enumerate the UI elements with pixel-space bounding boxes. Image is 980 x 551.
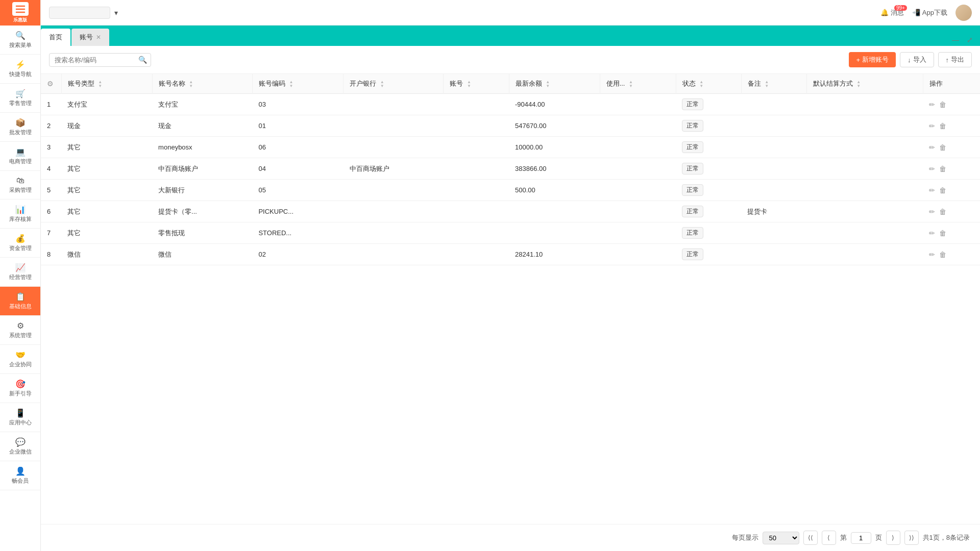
cell-type: 支付宝 [61,94,152,115]
th-balance[interactable]: 最新余额 ▲▼ [509,74,600,94]
system-icon: ⚙ [17,321,24,331]
sidebar-item-search[interactable]: 🔍 搜索菜单 [0,26,40,55]
search-button[interactable]: 🔍 [138,56,147,64]
tab-home[interactable]: 首页 [41,29,70,46]
page-size-select[interactable]: 50 100 [763,532,799,544]
cell-no: 2 [41,115,61,137]
th-remark[interactable]: 备注 ▲▼ [741,74,806,94]
cell-default-settle [806,137,923,158]
edit-icon[interactable]: ✏ [929,229,935,237]
sidebar-item-operation[interactable]: 📈 经营管理 [0,258,40,287]
edit-icon[interactable]: ✏ [929,251,935,259]
cell-action: ✏ 🗑 [923,115,980,137]
th-code[interactable]: 账号编码 ▲▼ [252,74,343,94]
th-bank[interactable]: 开户银行 ▲▼ [344,74,444,94]
cell-balance: 28241.10 [509,244,600,265]
sidebar-item-basic[interactable]: 📋 基础信息 [0,287,40,316]
top-search-input[interactable] [49,7,110,19]
add-account-button[interactable]: + 新增账号 [849,52,896,67]
cell-account [444,201,509,222]
sidebar-item-label: 采购管理 [9,186,32,194]
first-page-button[interactable]: ⟨⟨ [803,531,818,545]
cell-code: 02 [252,244,343,265]
th-account[interactable]: 账号 ▲▼ [444,74,509,94]
cell-account [444,115,509,137]
last-page-button[interactable]: ⟩⟩ [904,531,919,545]
tab-account[interactable]: 账号 ✕ [71,29,109,46]
tab-close-icon[interactable]: ✕ [96,34,101,41]
cell-bank [344,201,444,222]
cell-default-settle [806,94,923,115]
sidebar-item-wholesale[interactable]: 📦 批发管理 [0,113,40,142]
member-icon: 👤 [15,466,26,476]
sidebar-item-enterprise[interactable]: 🤝 企业协同 [0,345,40,374]
sidebar-item-system[interactable]: ⚙ 系统管理 [0,316,40,345]
delete-icon[interactable]: 🗑 [939,101,946,109]
prev-page-button[interactable]: ⟨ [822,531,836,545]
cell-name: 大新银行 [152,180,252,201]
delete-icon[interactable]: 🗑 [939,122,946,130]
basic-icon: 📋 [15,292,26,302]
sidebar-item-appcenter[interactable]: 📱 应用中心 [0,403,40,432]
delete-icon[interactable]: 🗑 [939,229,946,237]
sidebar-item-finance[interactable]: 💰 资金管理 [0,229,40,258]
user-avatar[interactable] [955,5,972,21]
retail-icon: 🛒 [15,89,26,98]
sidebar-item-wechat[interactable]: 💬 企业微信 [0,432,40,461]
app-logo: 乐惠版 [0,0,40,26]
edit-icon[interactable]: ✏ [929,186,935,194]
notification-badge: 99+ [894,5,907,11]
cell-balance: 547670.00 [509,115,600,137]
th-status[interactable]: 状态 ▲▼ [676,74,741,94]
sidebar-item-retail[interactable]: 🛒 零售管理 [0,84,40,113]
tab-maximize-icon[interactable]: ⤢ [964,34,976,46]
next-page-button[interactable]: ⟩ [886,531,900,545]
sidebar-item-shortcut[interactable]: ⚡ 快捷导航 [0,55,40,84]
phone-icon: 📲 [912,9,920,16]
sidebar-item-ecommerce[interactable]: 💻 电商管理 [0,142,40,171]
sidebar-item-label: 快捷导航 [9,70,32,78]
cell-balance: 500.00 [509,180,600,201]
cell-remark [741,244,806,265]
edit-icon[interactable]: ✏ [929,122,935,130]
export-button[interactable]: ↑ 导出 [938,52,972,67]
notification-button[interactable]: 🔔 消息 99+ [880,8,904,17]
th-gear[interactable]: ⚙ [41,74,61,94]
delete-icon[interactable]: 🗑 [939,165,946,173]
th-name[interactable]: 账号名称 ▲▼ [152,74,252,94]
sidebar-item-inventory[interactable]: 📊 库存核算 [0,199,40,229]
th-type[interactable]: 账号类型 ▲▼ [61,74,152,94]
delete-icon[interactable]: 🗑 [939,208,946,216]
dropdown-button[interactable]: ▾ [114,9,118,17]
th-usage[interactable]: 使用... ▲▼ [600,74,676,94]
sidebar-item-member[interactable]: 👤 畅会员 [0,461,40,490]
import-button[interactable]: ↓ 导入 [900,52,934,67]
sidebar-item-guide[interactable]: 🎯 新手引导 [0,374,40,403]
edit-icon[interactable]: ✏ [929,101,935,109]
delete-icon[interactable]: 🗑 [939,251,946,259]
edit-icon[interactable]: ✏ [929,208,935,216]
cell-remark [741,158,806,180]
cell-bank [344,115,444,137]
top-header: ▾ 🔔 消息 99+ 📲 App下载 [41,0,980,26]
edit-icon[interactable]: ✏ [929,165,935,173]
accounts-table: ⚙ 账号类型 ▲▼ 账号名称 ▲▼ 账号编码 ▲▼ [41,74,980,265]
sidebar-item-label: 新手引导 [9,390,32,397]
cell-type: 其它 [61,201,152,222]
sidebar-item-label: 企业协同 [9,361,32,368]
page-input[interactable] [851,532,871,544]
delete-icon[interactable]: 🗑 [939,143,946,152]
cell-name: 中百商场账户 [152,158,252,180]
sidebar-item-label: 基础信息 [9,303,32,310]
app-download-button[interactable]: 📲 App下载 [912,8,947,17]
tab-minimize-icon[interactable]: — [949,34,962,46]
enterprise-icon: 🤝 [15,350,26,360]
edit-icon[interactable]: ✏ [929,143,935,152]
delete-icon[interactable]: 🗑 [939,186,946,194]
tab-bar: 首页 账号 ✕ — ⤢ [41,26,980,46]
cell-name: moneybosx [152,137,252,158]
search-input[interactable] [49,53,151,67]
sidebar-item-purchase[interactable]: 🛍 采购管理 [0,171,40,199]
operation-icon: 📈 [15,263,26,272]
th-default-settle[interactable]: 默认结算方式 ▲▼ [806,74,923,94]
